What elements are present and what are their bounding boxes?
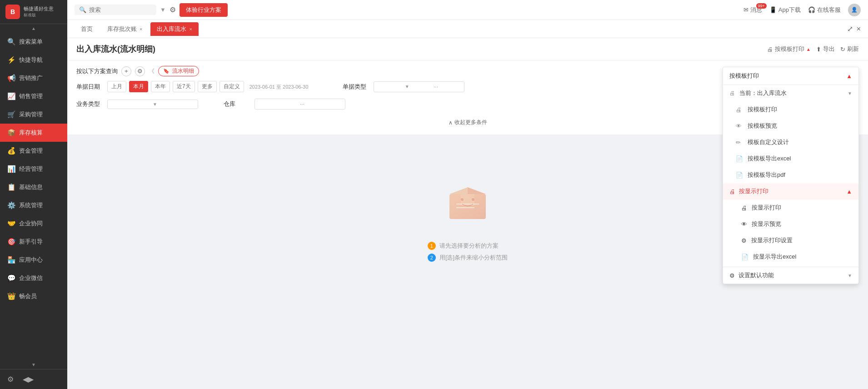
mobile-icon: 📱 — [769, 6, 777, 13]
trial-button[interactable]: 体验行业方案 — [180, 3, 228, 17]
business-type-label: 业务类型 — [76, 100, 104, 108]
warehouse-select[interactable]: ··· — [254, 99, 345, 110]
settings-footer-icon[interactable]: ⚙ — [7, 375, 14, 384]
tab-inventory-flow[interactable]: 出入库流水 × — [150, 22, 198, 36]
empty-icon-svg — [440, 171, 495, 226]
sidebar-item-guide[interactable]: 🎯 新手引导 — [0, 233, 67, 251]
user-avatar[interactable]: 👤 — [848, 4, 861, 16]
date-btn-this-month[interactable]: 本月 — [129, 81, 148, 92]
display-print-settings-icon: ⚙ — [741, 237, 747, 244]
date-btn-last-7days[interactable]: 近7天 — [173, 81, 195, 92]
sidebar-item-finance[interactable]: 💰 资金管理 — [0, 142, 67, 160]
sidebar-item-purchase[interactable]: 🛒 采购管理 — [0, 105, 67, 124]
tip-text-1: 请先选择要分析的方案 — [439, 242, 499, 250]
filter-add-button[interactable]: + — [121, 66, 131, 76]
tab-maximize-button[interactable]: ⤢ — [847, 25, 853, 33]
date-btn-more[interactable]: 更多 — [198, 81, 217, 92]
sidebar-item-system[interactable]: ⚙️ 系统管理 — [0, 196, 67, 214]
print-dropdown-arrow[interactable]: ▲ — [806, 47, 811, 52]
sidebar-item-marketing[interactable]: 📢 营销推广 — [0, 69, 67, 87]
sidebar-item-appcenter[interactable]: 🏪 应用中心 — [0, 251, 67, 269]
sidebar-scroll-up[interactable]: ▲ — [0, 24, 67, 33]
sidebar-item-vip[interactable]: 👑 畅会员 — [0, 287, 67, 305]
dropdown-current-item[interactable]: 🖨 当前：出入库流水 ▼ — [723, 85, 858, 101]
svg-point-7 — [472, 198, 474, 201]
refresh-button[interactable]: ↻ 刷新 — [840, 45, 859, 53]
sidebar-item-sales[interactable]: 📈 销售管理 — [0, 87, 67, 105]
dropdown-sub-item-display-print-settings[interactable]: ⚙ 按显示打印设置 — [723, 232, 858, 249]
message-icon: ✉ — [743, 6, 748, 13]
search-box[interactable]: 🔍 — [75, 5, 156, 15]
dropdown-header-arrow[interactable]: ▲ — [846, 73, 852, 80]
search-dropdown-icon[interactable]: ▼ — [160, 6, 166, 13]
settings-default-label: 设置默认功能 — [738, 271, 774, 279]
dropdown-sub-item-display-preview[interactable]: 👁 按显示预览 — [723, 216, 858, 232]
sidebar-nav: 🔍 搜索菜单 ⚡ 快捷导航 📢 营销推广 📈 销售管理 🛒 采购管理 📦 库存核… — [0, 33, 67, 360]
sidebar: B 畅捷通好生意 标准版 ▲ 🔍 搜索菜单 ⚡ 快捷导航 📢 营销推广 📈 销售… — [0, 0, 67, 389]
warehouse-more-icon[interactable]: ··· — [300, 101, 341, 107]
bill-type-more-icon[interactable]: ··· — [434, 84, 460, 90]
tab-inventory-flow-close[interactable]: × — [189, 26, 192, 32]
filter-settings-button[interactable]: ⚙ — [135, 66, 145, 76]
sidebar-item-label: 库存核算 — [19, 129, 43, 137]
date-filter: 上月 本月 本年 近7天 更多 自定义 — [107, 81, 244, 92]
dropdown-sub-item-display-export-excel[interactable]: 📄 按显示导出excel — [723, 249, 858, 265]
business-type-select[interactable]: ▼ — [107, 100, 198, 109]
date-btn-last-month[interactable]: 上月 — [107, 81, 126, 92]
display-export-excel-icon: 📄 — [741, 254, 748, 260]
date-btn-custom[interactable]: 自定义 — [219, 81, 244, 92]
sidebar-scroll-down[interactable]: ▼ — [0, 360, 67, 369]
tab-close-button[interactable]: × — [857, 25, 861, 33]
inventory-icon: 📦 — [7, 129, 15, 137]
print-dropdown-panel: 按模板打印 ▲ 🖨 当前：出入库流水 ▼ 🖨 按模板打印 — [723, 67, 859, 284]
tab-inventory-batch-close[interactable]: × — [140, 26, 142, 32]
dropdown-footer[interactable]: ⚙ 设置默认功能 ▼ — [723, 267, 858, 284]
dropdown-item-template-customize[interactable]: ✏ 模板自定义设计 — [723, 134, 858, 150]
sidebar-item-basic[interactable]: 📋 基础信息 — [0, 178, 67, 196]
sidebar-item-operations[interactable]: 📊 经营管理 — [0, 160, 67, 178]
search-input[interactable] — [89, 6, 144, 13]
sidebar-item-quicknav[interactable]: ⚡ 快捷导航 — [0, 51, 67, 69]
sidebar-item-label: 快捷导航 — [19, 56, 43, 64]
filter-title: 按以下方案查询 — [76, 67, 118, 75]
tab-inventory-batch[interactable]: 库存批次账 × — [101, 22, 149, 36]
operations-icon: 📊 — [7, 165, 15, 173]
sidebar-logo: B 畅捷通好生意 标准版 — [0, 0, 67, 24]
header-actions: ✉ 消息 99+ 📱 App下载 🎧 在线客服 👤 — [743, 4, 861, 16]
date-filter-item: 单据日期 上月 本月 本年 近7天 更多 自定义 2023-06-01 至 20… — [76, 81, 308, 92]
display-section-header[interactable]: 🖨 按显示打印 ▲ — [723, 183, 858, 199]
date-btn-this-year[interactable]: 本年 — [151, 81, 170, 92]
collapse-sidebar-icon[interactable]: ◀▶ — [23, 375, 34, 384]
header-gear-button[interactable]: ⚙ — [170, 5, 176, 14]
template-customize-icon: ✏ — [736, 139, 743, 146]
dropdown-item-template-export-excel[interactable]: 📄 按模板导出excel — [723, 150, 858, 167]
display-section-icon: 🖨 — [729, 188, 735, 195]
print-template-button[interactable]: 🖨 按模板打印 ▲ — [767, 45, 811, 53]
sidebar-item-wechat[interactable]: 💬 企业微信 — [0, 269, 67, 287]
dropdown-item-template-preview[interactable]: 👁 按模板预览 — [723, 118, 858, 134]
sidebar-item-collab[interactable]: 🤝 企业协同 — [0, 214, 67, 233]
sidebar-item-inventory[interactable]: 📦 库存核算 — [0, 124, 67, 142]
settings-default-arrow[interactable]: ▼ — [848, 273, 852, 278]
bill-type-select[interactable]: ▼ ··· — [374, 81, 464, 92]
app-download-action[interactable]: 📱 App下载 — [769, 6, 801, 14]
basic-icon: 📋 — [7, 183, 15, 191]
filter-collapse-icon[interactable]: 《 — [149, 67, 155, 75]
dropdown-item-template-print[interactable]: 🖨 按模板打印 — [723, 101, 858, 118]
sidebar-item-label: 系统管理 — [19, 201, 43, 209]
sidebar-item-search[interactable]: 🔍 搜索菜单 — [0, 33, 67, 51]
online-service-action[interactable]: 🎧 在线客服 — [808, 6, 841, 14]
sidebar-item-label: 企业微信 — [19, 274, 43, 282]
message-action[interactable]: ✉ 消息 99+ — [743, 6, 762, 14]
date-range-text: 2023-06-01 至 2023-06-30 — [249, 84, 309, 90]
page-content: 出入库流水(流水明细) 🖨 按模板打印 ▲ ⬆ 导出 ↻ 刷新 — [67, 38, 868, 389]
filter-tag[interactable]: 🔖 流水明细 — [158, 66, 199, 76]
sidebar-item-label: 应用中心 — [19, 256, 43, 264]
tab-home[interactable]: 首页 — [75, 22, 99, 36]
current-arrow[interactable]: ▼ — [848, 91, 852, 96]
export-button[interactable]: ⬆ 导出 — [816, 45, 835, 53]
display-section-arrow[interactable]: ▲ — [846, 188, 852, 195]
dropdown-scroll: 🖨 当前：出入库流水 ▼ 🖨 按模板打印 👁 按模板预览 — [723, 85, 858, 267]
dropdown-sub-item-display-print[interactable]: 🖨 按显示打印 — [723, 199, 858, 216]
dropdown-item-template-export-pdf[interactable]: 📄 按模板导出pdf — [723, 167, 858, 183]
